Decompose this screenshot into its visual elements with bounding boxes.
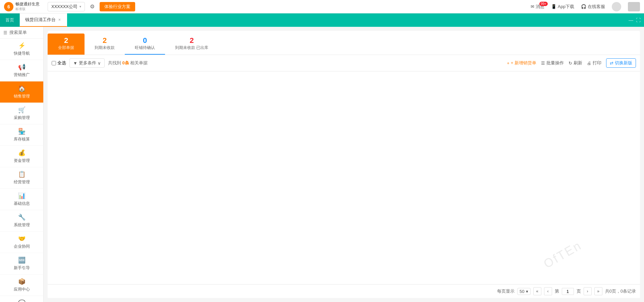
batch-icon: ☰	[541, 61, 545, 66]
minimize-button[interactable]: —	[629, 17, 633, 23]
stat-tabs: 2 全部单据 2 到期未收款 0 旺铺待确认 2 到期未收款 已出库	[48, 31, 640, 55]
select-all-checkbox[interactable]: 全选	[52, 60, 66, 66]
per-page-select[interactable]: 50 ▾	[517, 288, 530, 295]
chevron-down-icon: ▾	[79, 5, 81, 8]
stat-label-overdue-shipped: 到期未收款 已出库	[175, 45, 208, 51]
marketing-icon: 📢	[18, 63, 25, 71]
stat-tab-all[interactable]: 2 全部单据	[48, 34, 85, 55]
app-download-label: App下载	[558, 4, 574, 10]
switch-version-button[interactable]: ⇄ 切换新版	[606, 58, 636, 68]
logo-sub: 标准版	[15, 7, 40, 11]
online-service-button[interactable]: 🎧 在线客服	[581, 4, 605, 10]
batch-label: 批量操作	[546, 60, 564, 66]
user-menu[interactable]	[628, 2, 640, 11]
first-page-button[interactable]: «	[533, 287, 541, 295]
pagination-bar: 每页显示 50 ▾ « ‹ 第 页 › » 共0页，0条记录	[48, 284, 640, 298]
home-tab-label: 首页	[5, 17, 14, 23]
content-area: 2 全部单据 2 到期未收款 0 旺铺待确认 2 到期未收款 已出库 全选	[44, 27, 644, 302]
page-number-input[interactable]	[562, 288, 574, 295]
page-suffix: 页	[577, 288, 581, 294]
found-prefix: 共找到	[108, 60, 121, 65]
sales-icon: 🏠	[18, 85, 25, 92]
sidebar-search[interactable]: ☰ 搜索菜单	[0, 27, 43, 39]
sidebar-operations-label: 经营管理	[14, 179, 30, 185]
online-service-label: 在线客服	[588, 4, 605, 10]
table-area	[48, 71, 640, 284]
workbench-tab-label: 钱货日清工作台	[25, 17, 56, 23]
tab-close-icon[interactable]: ×	[58, 17, 61, 23]
tab-workbench[interactable]: 钱货日清工作台 ×	[20, 13, 67, 27]
sidebar-purchase-label: 采购管理	[14, 115, 30, 121]
avatar[interactable]	[612, 2, 621, 11]
sidebar-item-wechat[interactable]: 💬 企业微信	[0, 296, 43, 302]
per-page-label: 每页显示	[497, 288, 515, 294]
sidebar-sales-label: 销售管理	[14, 94, 30, 99]
sidebar-item-guide[interactable]: 🆕 新手引导	[0, 253, 43, 275]
sidebar-item-operations[interactable]: 📋 经营管理	[0, 167, 43, 189]
quick-nav-icon: ⚡	[18, 42, 25, 49]
finance-icon: 💰	[18, 149, 25, 157]
sidebar-item-finance[interactable]: 💰 资金管理	[0, 146, 43, 167]
add-icon: +	[507, 61, 509, 66]
service-icon: 🎧	[581, 4, 586, 9]
sidebar-finance-label: 资金管理	[14, 158, 30, 164]
basic-info-icon: 📊	[18, 192, 25, 199]
logo-icon: 6	[4, 2, 13, 11]
main-layout: ☰ 搜索菜单 ⚡ 快捷导航 📢 营销推广 🏠 销售管理 🛒 采购管理 🏪 库存核…	[0, 27, 644, 302]
stat-label-overdue: 到期未收款	[95, 45, 115, 51]
refresh-icon: ↻	[569, 61, 572, 66]
sidebar-item-inventory[interactable]: 🏪 库存核算	[0, 124, 43, 146]
sidebar-item-enterprise[interactable]: 🤝 企业协同	[0, 232, 43, 253]
operations-icon: 📋	[18, 171, 25, 178]
sidebar-item-purchase[interactable]: 🛒 采购管理	[0, 103, 43, 124]
refresh-button[interactable]: ↻ 刷新	[569, 60, 582, 66]
settings-button[interactable]: ⚙	[88, 2, 97, 11]
header-right: ✉ 消息 99+ 📱 App下载 🎧 在线客服	[531, 2, 640, 11]
toolbar-left: 全选 ▼ 更多条件 ∨ 共找到 0条 相关单据	[52, 58, 148, 68]
sidebar-inventory-label: 库存核算	[14, 136, 30, 142]
company-selector[interactable]: XXXXXX公司 ▾	[48, 2, 85, 11]
stat-tab-pending[interactable]: 0 旺铺待确认	[125, 34, 165, 55]
per-page-value: 50	[520, 289, 524, 294]
chevron-filter-icon: ∨	[98, 61, 101, 66]
sidebar-item-marketing[interactable]: 📢 营销推广	[0, 60, 43, 81]
tab-home[interactable]: 首页	[0, 13, 20, 27]
mobile-icon: 📱	[551, 4, 556, 9]
sidebar-item-sales[interactable]: 🏠 销售管理	[0, 81, 43, 103]
filter-icon: ▼	[73, 61, 77, 66]
company-name: XXXXXX公司	[51, 4, 77, 10]
message-button[interactable]: ✉ 消息 99+	[531, 4, 544, 10]
print-button[interactable]: 🖨 打印	[587, 60, 601, 66]
app-download-button[interactable]: 📱 App下载	[551, 4, 574, 10]
filter-label: 更多条件	[79, 60, 96, 66]
stat-num-all: 2	[64, 36, 68, 45]
batch-button[interactable]: ☰ 批量操作	[541, 60, 564, 66]
sidebar-guide-label: 新手引导	[14, 265, 30, 271]
sidebar-item-basic-info[interactable]: 📊 基础信息	[0, 189, 43, 210]
found-count: 0条	[122, 60, 129, 65]
prev-page-button[interactable]: ‹	[544, 287, 552, 295]
system-icon: 🔧	[18, 214, 25, 221]
stat-tab-overdue[interactable]: 2 到期未收款	[85, 34, 125, 55]
maximize-button[interactable]: ⛶	[636, 17, 641, 23]
sidebar-item-quick-nav[interactable]: ⚡ 快捷导航	[0, 39, 43, 60]
window-controls: — ⛶	[625, 13, 644, 27]
sidebar-item-app-center[interactable]: 📦 应用中心	[0, 275, 43, 296]
select-all-label: 全选	[57, 60, 66, 66]
filter-button[interactable]: ▼ 更多条件 ∨	[69, 58, 105, 68]
next-page-button[interactable]: ›	[584, 287, 592, 295]
sidebar-app-center-label: 应用中心	[14, 287, 30, 292]
last-page-button[interactable]: »	[594, 287, 602, 295]
sidebar-search-label: 搜索菜单	[9, 29, 27, 36]
stat-label-pending: 旺铺待确认	[135, 45, 155, 51]
add-order-button[interactable]: + + 新增销货单	[507, 60, 536, 66]
refresh-label: 刷新	[574, 60, 582, 66]
trial-button[interactable]: 体验行业方案	[100, 2, 135, 11]
sidebar-item-system[interactable]: 🔧 系统管理	[0, 210, 43, 232]
stat-tab-overdue-shipped[interactable]: 2 到期未收款 已出库	[165, 34, 218, 55]
total-info: 共0页，0条记录	[605, 288, 636, 294]
select-all-input[interactable]	[52, 61, 56, 65]
search-icon: ☰	[3, 30, 7, 35]
toolbar: 全选 ▼ 更多条件 ∨ 共找到 0条 相关单据 + + 新增销货单	[48, 55, 640, 71]
sidebar-basic-info-label: 基础信息	[14, 201, 30, 206]
